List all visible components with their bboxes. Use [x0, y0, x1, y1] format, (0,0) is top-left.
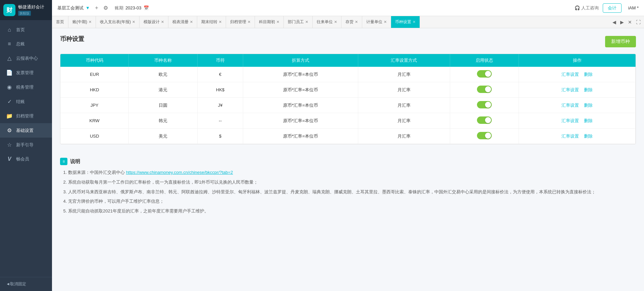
tab-tax-form[interactable]: 税表清册 ✕: [168, 16, 197, 28]
delete-link[interactable]: 删除: [584, 87, 593, 92]
delete-link[interactable]: 删除: [584, 118, 593, 123]
delete-link[interactable]: 删除: [584, 103, 593, 108]
tab-label: 往来单位: [317, 19, 333, 25]
help-btn[interactable]: 🎧 人工咨询: [575, 5, 599, 11]
checkout-icon: ✓: [6, 98, 13, 105]
tab-period-close[interactable]: 期末结转 ✕: [197, 16, 226, 28]
cell-enabled: [450, 129, 519, 144]
tab-label: 币种设置: [395, 19, 411, 25]
toggle-thumb: [485, 102, 491, 108]
close-icon[interactable]: ✕: [413, 20, 416, 24]
tab-archive[interactable]: 归档管理 ✕: [226, 16, 255, 28]
rate-setting-link[interactable]: 汇率设置: [561, 118, 579, 123]
close-icon[interactable]: ✕: [248, 20, 251, 24]
sidebar-item-reports[interactable]: △ 云报表中心: [0, 51, 52, 65]
toggle-thumb: [485, 86, 491, 92]
toggle-enabled[interactable]: [477, 132, 492, 139]
close-icon[interactable]: ✕: [384, 20, 387, 24]
close-icon[interactable]: ✕: [161, 20, 164, 24]
tab-currency[interactable]: 币种设置 ✕: [391, 16, 420, 28]
notes-icon: ≡: [60, 158, 67, 165]
cell-name: 美元: [129, 129, 198, 144]
sidebar-item-guide[interactable]: ☆ 新手引导: [0, 138, 52, 152]
tab-fullscreen-btn[interactable]: ⛶: [635, 19, 642, 26]
delete-link[interactable]: 删除: [584, 72, 593, 77]
tab-next-btn[interactable]: ▶: [619, 19, 625, 26]
sidebar-item-ledger[interactable]: ≡ 总账: [0, 37, 52, 51]
iam-label: iAM *: [628, 5, 639, 10]
sidebar-item-label: 税务管理: [16, 84, 34, 90]
rate-setting-link[interactable]: 汇率设置: [561, 87, 579, 92]
notes-item: 无官方牌价的币种，可以用户手工维护汇率信息；: [68, 198, 636, 205]
sidebar-item-label: 总账: [16, 41, 25, 47]
col-header-calc: 折算方式: [243, 54, 358, 67]
calendar-icon[interactable]: 📅: [144, 5, 149, 10]
tab-label: 存货: [345, 19, 354, 25]
tab-mid-account[interactable]: 账(中期) ✕: [68, 16, 96, 28]
tab-prev-btn[interactable]: ◀: [611, 19, 618, 26]
tab-inventory[interactable]: 存货 ✕: [341, 16, 362, 28]
close-icon[interactable]: ✕: [276, 20, 279, 24]
close-icon[interactable]: ✕: [89, 20, 92, 24]
sidebar-item-archive[interactable]: 📁 归档管理: [0, 109, 52, 123]
delete-link[interactable]: 删除: [584, 134, 593, 139]
close-icon[interactable]: ✕: [190, 20, 193, 24]
tab-income-annual[interactable]: 收入支出表(年报) ✕: [96, 16, 140, 28]
tab-contacts[interactable]: 往来单位 ✕: [313, 16, 341, 28]
cell-calc: 原币*汇率=本位币: [243, 67, 358, 82]
sidebar-item-home[interactable]: ⌂ 首页: [0, 23, 52, 37]
toggle-enabled[interactable]: [477, 101, 492, 108]
col-header-action: 操作: [519, 54, 636, 67]
tab-department[interactable]: 部门员工 ✕: [284, 16, 313, 28]
rate-setting-link[interactable]: 汇率设置: [561, 72, 579, 77]
rate-setting-link[interactable]: 汇率设置: [561, 134, 579, 139]
toggle-track: [477, 116, 492, 124]
close-icon[interactable]: ✕: [355, 20, 358, 24]
tab-close-btn[interactable]: ✕: [627, 19, 633, 26]
chinamoney-link[interactable]: https://www.chinamoney.com.cn/chinese/bk…: [126, 170, 233, 175]
invoice-icon: 📄: [6, 69, 13, 76]
member-icon: V: [6, 156, 13, 162]
sidebar-item-label: 归档管理: [16, 113, 34, 119]
cell-name: 港元: [129, 82, 198, 98]
cell-name: 日圆: [129, 98, 198, 113]
sidebar-item-checkout[interactable]: ✓ 结账: [0, 94, 52, 109]
content-area: 币种设置 新增币种 币种代码 币种名称 币符 折算方式 汇率设置方式 启用状态 …: [52, 28, 644, 291]
notes-list: 数据来源：中国外汇交易中心 https://www.chinamoney.com…: [60, 169, 636, 215]
tab-label: 首页: [56, 19, 64, 25]
close-icon[interactable]: ✕: [334, 20, 337, 24]
toggle-enabled[interactable]: [477, 86, 492, 93]
tab-subject-init[interactable]: 科目期初 ✕: [255, 16, 284, 28]
toggle-enabled[interactable]: [477, 70, 492, 78]
company-dropdown-icon[interactable]: ▼: [86, 5, 90, 10]
toggle-track: [477, 132, 492, 139]
tab-template-design[interactable]: 模版设计 ✕: [140, 16, 168, 28]
sidebar-item-member[interactable]: V 畅会员: [0, 152, 52, 166]
sidebar-item-invoice[interactable]: 📄 发票管理: [0, 65, 52, 80]
sidebar-item-settings[interactable]: ⚙ 基础设置: [0, 123, 52, 138]
add-company-btn[interactable]: ＋: [94, 4, 99, 11]
cell-actions: 汇率设置 删除: [519, 67, 636, 82]
user-role-btn[interactable]: 会计: [603, 3, 622, 13]
close-icon[interactable]: ✕: [305, 20, 308, 24]
sidebar-collapse-btn[interactable]: ◄取消固定: [0, 277, 52, 291]
close-icon[interactable]: ✕: [219, 20, 222, 24]
new-currency-btn[interactable]: 新增币种: [605, 36, 636, 47]
table-row: JPY 日圆 J¥ 原币*汇率=本位币 月汇率 汇率设置 删除: [60, 98, 636, 113]
currency-table: 币种代码 币种名称 币符 折算方式 汇率设置方式 启用状态 操作 EUR 欧元 …: [60, 54, 636, 144]
col-header-enabled: 启用状态: [450, 54, 519, 67]
rate-setting-link[interactable]: 汇率设置: [561, 103, 579, 108]
tab-home[interactable]: 首页: [52, 16, 68, 28]
company-selector[interactable]: 基层工会测试 ▼: [57, 5, 90, 11]
cell-actions: 汇率设置 删除: [519, 82, 636, 98]
main-content: 基层工会测试 ▼ ＋ ⚙ 账期 2023-03 📅 🎧 人工咨询 会计 iAM …: [52, 0, 644, 291]
toggle-enabled[interactable]: [477, 116, 492, 124]
ledger-icon: ≡: [6, 41, 13, 47]
period-label: 账期: [115, 5, 123, 11]
tab-unit[interactable]: 计量单位 ✕: [362, 16, 391, 28]
table-row: USD 美元 $ 原币*汇率=本位币 月汇率 汇率设置 删除: [60, 129, 636, 144]
close-icon[interactable]: ✕: [132, 20, 135, 24]
company-settings-icon[interactable]: ⚙: [103, 5, 108, 11]
sidebar-item-tax[interactable]: ◉ 税务管理: [0, 80, 52, 94]
cell-enabled: [450, 67, 519, 82]
